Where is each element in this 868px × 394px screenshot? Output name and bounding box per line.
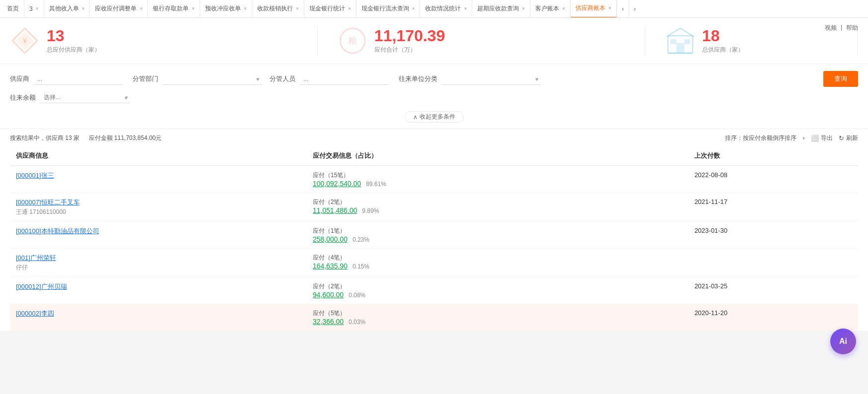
amount-link-1[interactable]: 11,051,486.00 [313, 206, 358, 214]
tx-label-4: 应付（2笔） [313, 282, 683, 291]
close-icon[interactable]: × [464, 6, 467, 11]
close-icon[interactable]: × [608, 5, 611, 11]
export-icon: ⬜ [811, 134, 819, 142]
percent-3: 0.15% [353, 263, 369, 270]
stat-label-total-suppliers: 总供应商（家） [702, 46, 744, 54]
cell-last-pay-1: 2021-11-17 [688, 193, 858, 222]
amount-link-5[interactable]: 32,366.00 [313, 318, 344, 326]
query-button[interactable]: 查询 [823, 71, 858, 87]
supplier-link-4[interactable]: [000012]广州贝瑞 [16, 283, 67, 290]
person-input[interactable] [299, 73, 389, 85]
svg-rect-8 [684, 39, 690, 44]
nav-tab-ar-ap-adjust-label: 应收应付调整单 [95, 4, 137, 13]
help-link[interactable]: 帮助 [846, 24, 858, 32]
toolbar-left: 搜索结果中，供应商 13 家 应付金额 111,703,854.00元 [10, 134, 162, 142]
nav-tab-prepay-ar[interactable]: 预收冲应收单 × [200, 0, 252, 18]
amount-link-0[interactable]: 100,092,540.00 [313, 180, 361, 188]
nav-tab-home[interactable]: 首页 [2, 0, 24, 18]
nav-tab-cash-bank-stat[interactable]: 现金银行统计 × [304, 0, 357, 18]
table-row: [001]广州荣轩仔仔应付（4笔）164,635.900.15% [10, 249, 858, 277]
cell-supplier-4: [000012]广州贝瑞 [10, 277, 307, 304]
supplier-filter-label: 供应商 [10, 74, 29, 83]
close-icon[interactable]: × [412, 6, 415, 11]
nav-tab-prepay-ar-label: 预收冲应收单 [205, 4, 241, 13]
nav-tab-other-income[interactable]: 其他收入单 × [44, 0, 90, 18]
filter-item-person: 分管人员 [270, 73, 389, 85]
nav-tab-collection-verify[interactable]: 收款核销执行 × [252, 0, 304, 18]
close-icon[interactable]: × [296, 6, 299, 11]
supplier-link-2[interactable]: [000100]本特勤油品有限公司 [16, 227, 99, 235]
close-icon[interactable]: × [192, 6, 195, 11]
amount-prefix [81, 134, 87, 141]
nav-tab-overdue-ar[interactable]: 超期应收款查询 × [472, 0, 530, 18]
cell-tx-2: 应付（1笔）258,000.000.23% [307, 222, 689, 249]
amount-link-4[interactable]: 94,600.00 [313, 291, 344, 299]
cell-tx-4: 应付（2笔）94,600.000.08% [307, 277, 689, 304]
filter-item-balance: 往来余额 ▾ [10, 92, 128, 103]
refresh-button[interactable]: ↻ 刷新 [839, 134, 858, 142]
dept-select[interactable] [162, 73, 262, 85]
supplier-link-1[interactable]: [000007]恒旺二手叉车 [16, 198, 80, 206]
nav-tab-3[interactable]: 3 × [24, 0, 44, 18]
tx-label-0: 应付（15笔） [313, 171, 683, 180]
balance-select[interactable] [40, 92, 130, 103]
percent-0: 89.61% [366, 181, 386, 188]
table-area: 搜索结果中，供应商 13 家 应付金额 111,703,854.00元 排序：按… [0, 129, 868, 331]
stat-card-amount: 粮 11,170.39 应付合计（万） [318, 26, 646, 56]
close-icon[interactable]: × [140, 6, 143, 11]
category-select-wrap [441, 73, 541, 85]
amount-link-2[interactable]: 258,000.00 [313, 235, 348, 243]
nav-tab-collection-stat[interactable]: 收款情况统计 × [420, 0, 472, 18]
close-icon[interactable]: × [82, 6, 85, 11]
cell-supplier-3: [001]广州荣轩仔仔 [10, 249, 307, 277]
nav-tab-bank-deposit[interactable]: 银行存取款单 × [148, 0, 200, 18]
nav-tab-customer-ledger[interactable]: 客户账本 × [530, 0, 571, 18]
cell-last-pay-4: 2021-03-25 [688, 277, 858, 304]
nav-tab-home-label: 首页 [7, 4, 19, 13]
export-label: 导出 [821, 134, 833, 142]
svg-rect-6 [676, 43, 684, 53]
close-icon[interactable]: × [522, 6, 525, 11]
nav-next-arrow[interactable]: › [629, 0, 641, 18]
collapse-bar: ∧ 收起更多条件 [10, 108, 858, 124]
result-info: 搜索结果中，供应商 13 家 应付金额 111,703,854.00元 [10, 134, 162, 142]
video-link[interactable]: 视频 [825, 24, 837, 32]
refresh-icon: ↻ [839, 134, 844, 142]
top-right-links: 视频 | 帮助 [825, 24, 858, 32]
close-icon[interactable]: × [348, 6, 351, 11]
store-icon [665, 26, 695, 56]
filter-item-category: 往来单位分类 ▾ [399, 73, 539, 85]
tx-label-3: 应付（4笔） [313, 254, 683, 262]
col-tx-info: 应付交易信息（占比） [307, 146, 689, 166]
nav-tab-supplier-ledger[interactable]: 供应商账本 × [571, 0, 617, 18]
tx-label-2: 应付（1笔） [313, 227, 683, 235]
cell-tx-5: 应付（5笔）32,366.000.03% [307, 304, 689, 331]
nav-prev-arrow[interactable]: ‹ [617, 0, 629, 18]
col-supplier-info: 供应商信息 [10, 146, 307, 166]
close-icon[interactable]: × [36, 6, 39, 11]
refresh-label: 刷新 [846, 134, 858, 142]
close-icon[interactable]: × [562, 6, 565, 11]
person-filter-label: 分管人员 [270, 74, 295, 83]
supplier-input[interactable] [33, 73, 123, 85]
data-table: 供应商信息 应付交易信息（占比） 上次付数 [000001]张三应付（15笔）1… [10, 146, 858, 331]
balance-filter-label: 往来余额 [10, 93, 36, 102]
col-last-pay: 上次付数 [688, 146, 858, 166]
supplier-link-3[interactable]: [001]广州荣轩 [16, 254, 56, 262]
supplier-link-0[interactable]: [000001]张三 [16, 172, 54, 179]
amount-link-3[interactable]: 164,635.90 [313, 262, 348, 270]
nav-tab-cash-bank-flow[interactable]: 现金银行流水查询 × [357, 0, 421, 18]
nav-tab-cash-bank-stat-label: 现金银行统计 [309, 4, 345, 13]
filter-item-dept: 分管部门 ▾ [133, 73, 260, 85]
cell-last-pay-2: 2023-01-30 [688, 222, 858, 249]
dept-filter-label: 分管部门 [133, 74, 158, 83]
export-button[interactable]: ⬜ 导出 [811, 134, 833, 142]
category-select[interactable] [441, 73, 541, 85]
supplier-link-5[interactable]: [000002]李四 [16, 310, 54, 317]
collapse-button[interactable]: ∧ 收起更多条件 [405, 111, 464, 123]
table-header-row: 供应商信息 应付交易信息（占比） 上次付数 [10, 146, 858, 166]
nav-tab-other-income-label: 其他收入单 [49, 4, 79, 13]
nav-tab-ar-ap-adjust[interactable]: 应收应付调整单 × [90, 0, 148, 18]
close-icon[interactable]: × [244, 6, 247, 11]
filter-row-1: 供应商 分管部门 ▾ 分管人员 往来单位分类 ▾ 查询 [10, 71, 858, 87]
